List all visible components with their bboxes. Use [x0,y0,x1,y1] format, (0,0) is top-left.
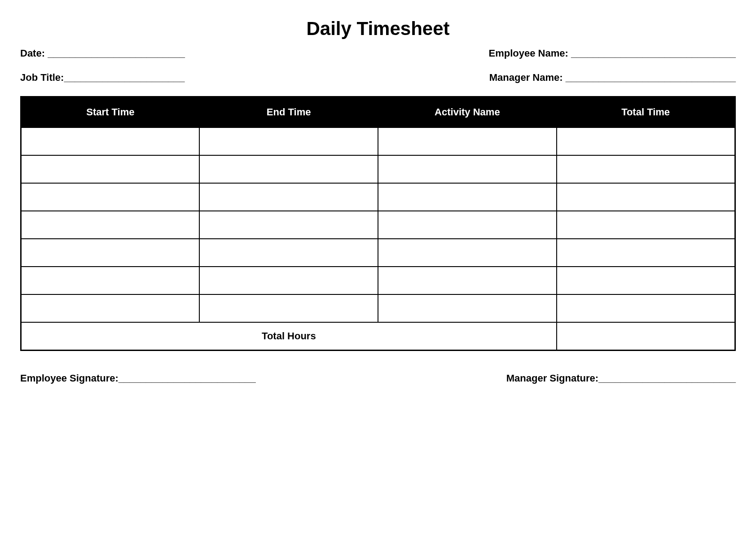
manager-name-field: Manager Name: __________________________… [489,72,736,83]
date-field: Date: _________________________ [20,48,185,59]
cell-start-time[interactable] [21,183,200,211]
employee-name-field: Employee Name: _________________________… [489,48,736,59]
cell-activity-name[interactable] [378,155,557,183]
table-row [21,183,735,211]
manager-name-label: Manager Name: [489,72,566,83]
header-start-time: Start Time [21,97,200,128]
cell-total-time[interactable] [557,267,735,294]
cell-activity-name[interactable] [378,267,557,294]
cell-end-time[interactable] [199,267,378,294]
cell-end-time[interactable] [199,155,378,183]
job-title-field: Job Title:______________________ [20,72,185,83]
employee-name-line[interactable]: ______________________________ [571,48,736,59]
cell-start-time[interactable] [21,155,200,183]
cell-end-time[interactable] [199,294,378,322]
cell-total-time[interactable] [557,294,735,322]
employee-name-label: Employee Name: [489,48,571,59]
cell-start-time[interactable] [21,127,200,155]
total-hours-row: Total Hours [21,322,735,350]
date-label: Date: [20,48,48,59]
table-row [21,239,735,267]
header-row-1: Date: _________________________ Employee… [20,48,736,59]
cell-activity-name[interactable] [378,239,557,267]
header-total-time: Total Time [557,97,735,128]
cell-end-time[interactable] [199,239,378,267]
job-title-line[interactable]: ______________________ [64,72,185,83]
cell-activity-name[interactable] [378,183,557,211]
cell-start-time[interactable] [21,267,200,294]
header-activity-name: Activity Name [378,97,557,128]
cell-activity-name[interactable] [378,211,557,239]
table-row [21,127,735,155]
employee-signature-label: Employee Signature: [20,373,119,384]
page-title: Daily Timesheet [20,18,736,39]
cell-start-time[interactable] [21,239,200,267]
cell-start-time[interactable] [21,211,200,239]
table-row [21,294,735,322]
employee-signature-line[interactable]: _________________________ [119,373,256,384]
table-row [21,211,735,239]
table-row [21,267,735,294]
job-title-label: Job Title: [20,72,64,83]
cell-start-time[interactable] [21,294,200,322]
cell-activity-name[interactable] [378,127,557,155]
table-row [21,155,735,183]
cell-total-time[interactable] [557,211,735,239]
total-hours-value[interactable] [557,322,735,350]
manager-signature-line[interactable]: _________________________ [598,373,736,384]
cell-activity-name[interactable] [378,294,557,322]
cell-total-time[interactable] [557,183,735,211]
cell-end-time[interactable] [199,211,378,239]
cell-end-time[interactable] [199,183,378,211]
timesheet-table: Start Time End Time Activity Name Total … [20,96,736,351]
manager-signature-field: Manager Signature:______________________… [506,373,736,384]
total-hours-label: Total Hours [21,322,557,350]
cell-total-time[interactable] [557,155,735,183]
cell-total-time[interactable] [557,239,735,267]
cell-total-time[interactable] [557,127,735,155]
table-header-row: Start Time End Time Activity Name Total … [21,97,735,128]
manager-name-line[interactable]: _______________________________ [566,72,736,83]
footer-row: Employee Signature:_____________________… [20,373,736,384]
cell-end-time[interactable] [199,127,378,155]
header-end-time: End Time [199,97,378,128]
header-row-2: Job Title:______________________ Manager… [20,72,736,83]
employee-signature-field: Employee Signature:_____________________… [20,373,256,384]
date-line[interactable]: _________________________ [48,48,185,59]
manager-signature-label: Manager Signature: [506,373,598,384]
